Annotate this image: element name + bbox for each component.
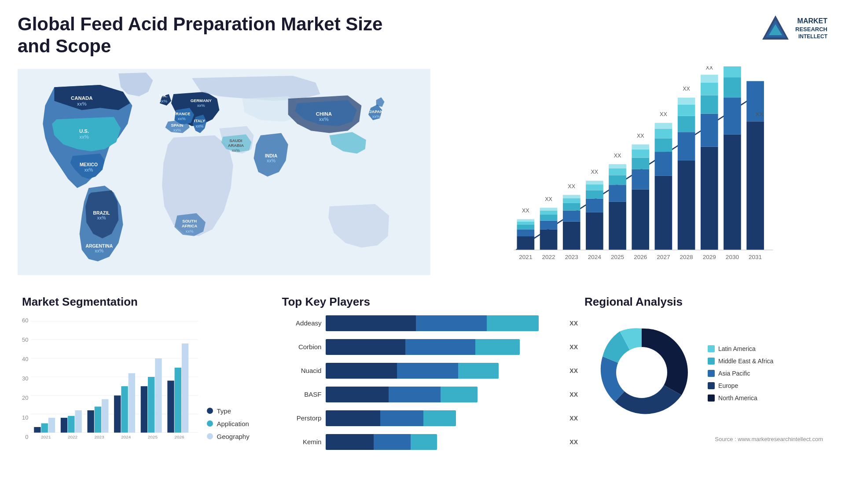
svg-rect-55 — [563, 198, 580, 203]
svg-text:xx%: xx% — [372, 114, 380, 119]
table-row: Corbion XX — [282, 339, 562, 355]
svg-text:SAUDI: SAUDI — [229, 139, 242, 143]
svg-rect-102 — [724, 98, 741, 134]
svg-text:MEXICO: MEXICO — [80, 162, 98, 167]
svg-text:JAPAN: JAPAN — [369, 109, 383, 113]
svg-rect-87 — [677, 161, 695, 250]
svg-rect-88 — [677, 132, 695, 161]
svg-text:GERMANY: GERMANY — [191, 98, 212, 102]
player-name: Addeasy — [282, 319, 321, 327]
svg-rect-82 — [654, 139, 672, 152]
player-name: Nuacid — [282, 367, 321, 374]
svg-rect-73 — [632, 189, 649, 250]
svg-rect-45 — [540, 229, 557, 250]
players-bars: Addeasy XX Corbion — [282, 315, 562, 450]
svg-text:2026: 2026 — [634, 254, 647, 260]
asia-pacific-color — [708, 370, 715, 377]
svg-text:2021: 2021 — [41, 435, 51, 438]
svg-text:XX: XX — [705, 66, 713, 71]
svg-text:2025: 2025 — [148, 435, 158, 438]
svg-text:SPAIN: SPAIN — [171, 123, 184, 128]
svg-rect-38 — [517, 236, 534, 250]
europe-color — [708, 382, 715, 389]
table-row: Addeasy XX — [282, 315, 562, 331]
page-header: Global Feed Acid Preparation Market Size… — [18, 13, 827, 58]
regional-section: Regional Analysis — [580, 291, 827, 493]
latin-america-color — [708, 345, 715, 352]
top-row: CANADA xx% U.S. xx% MEXICO xx% BRAZIL xx… — [18, 66, 827, 278]
svg-rect-41 — [517, 221, 534, 224]
svg-text:xx%: xx% — [186, 229, 194, 233]
svg-text:xx%: xx% — [267, 158, 276, 163]
mea-color — [708, 358, 715, 365]
svg-text:xx%: xx% — [178, 117, 186, 121]
logo-text: MARKET RESEARCH INTELLECT — [795, 17, 827, 40]
svg-rect-124 — [75, 410, 82, 433]
svg-rect-80 — [654, 175, 672, 250]
type-label: Type — [217, 407, 231, 415]
segmentation-title: Market Segmentation — [22, 295, 260, 309]
geography-dot — [207, 433, 213, 439]
svg-rect-76 — [632, 150, 649, 158]
svg-text:xx%: xx% — [159, 99, 167, 103]
legend-europe: Europe — [708, 382, 773, 389]
legend-latin-america: Latin America — [708, 345, 773, 352]
svg-rect-136 — [155, 358, 162, 433]
svg-rect-81 — [654, 152, 672, 175]
svg-rect-123 — [68, 416, 75, 432]
player-name: Perstorp — [282, 414, 321, 422]
players-section: Top Key Players Addeasy XX Corbion — [273, 291, 571, 493]
players-title: Top Key Players — [282, 295, 562, 309]
svg-text:FRANCE: FRANCE — [173, 112, 190, 116]
legend-mea: Middle East & Africa — [708, 358, 773, 365]
svg-text:xx%: xx% — [77, 101, 87, 106]
svg-rect-67 — [609, 185, 626, 202]
page-title: Global Feed Acid Preparation Market Size… — [18, 13, 414, 58]
svg-text:2022: 2022 — [68, 435, 78, 438]
svg-rect-126 — [88, 410, 94, 433]
svg-rect-66 — [609, 202, 626, 250]
map-section: CANADA xx% U.S. xx% MEXICO xx% BRAZIL xx… — [18, 66, 430, 278]
svg-rect-98 — [701, 75, 718, 83]
svg-text:2021: 2021 — [519, 254, 532, 260]
svg-text:xx%: xx% — [197, 103, 205, 108]
svg-rect-118 — [34, 427, 41, 433]
svg-rect-49 — [540, 208, 557, 210]
svg-rect-120 — [48, 418, 55, 433]
mea-label: Middle East & Africa — [718, 358, 773, 365]
svg-rect-106 — [746, 121, 764, 250]
svg-rect-135 — [148, 377, 154, 433]
svg-rect-131 — [121, 386, 128, 432]
svg-rect-54 — [563, 203, 580, 211]
svg-text:XX: XX — [660, 111, 667, 117]
player-name: Kemin — [282, 438, 321, 446]
player-bar-wrap: XX — [326, 363, 562, 379]
svg-text:XX: XX — [545, 196, 552, 202]
table-row: Nuacid XX — [282, 363, 562, 379]
svg-rect-97 — [701, 82, 718, 95]
table-row: Perstorp XX — [282, 410, 562, 426]
north-america-color — [708, 394, 715, 402]
svg-rect-46 — [540, 220, 557, 229]
svg-rect-101 — [724, 134, 741, 250]
svg-text:XX: XX — [755, 110, 763, 117]
svg-rect-56 — [563, 195, 580, 198]
asia-pacific-label: Asia Pacific — [718, 370, 750, 377]
svg-text:BRAZIL: BRAZIL — [93, 211, 110, 215]
svg-text:xx%: xx% — [95, 248, 104, 253]
regional-legend: Latin America Middle East & Africa Asia … — [708, 345, 773, 402]
svg-rect-40 — [517, 225, 534, 229]
svg-rect-75 — [632, 157, 649, 169]
svg-text:2029: 2029 — [702, 254, 716, 260]
svg-text:xx%: xx% — [97, 215, 106, 220]
legend-north-america: North America — [708, 394, 773, 402]
svg-text:2031: 2031 — [749, 254, 762, 260]
svg-text:XX: XX — [614, 152, 621, 158]
svg-text:2023: 2023 — [95, 435, 105, 438]
svg-text:xx%: xx% — [319, 117, 329, 122]
svg-text:xx%: xx% — [232, 148, 240, 153]
legend-type: Type — [207, 407, 260, 415]
svg-rect-39 — [517, 229, 534, 236]
growth-chart-section: XX 2021 XX 2022 XX 2023 XX 20 — [444, 66, 827, 278]
svg-text:AFRICA: AFRICA — [182, 224, 198, 228]
